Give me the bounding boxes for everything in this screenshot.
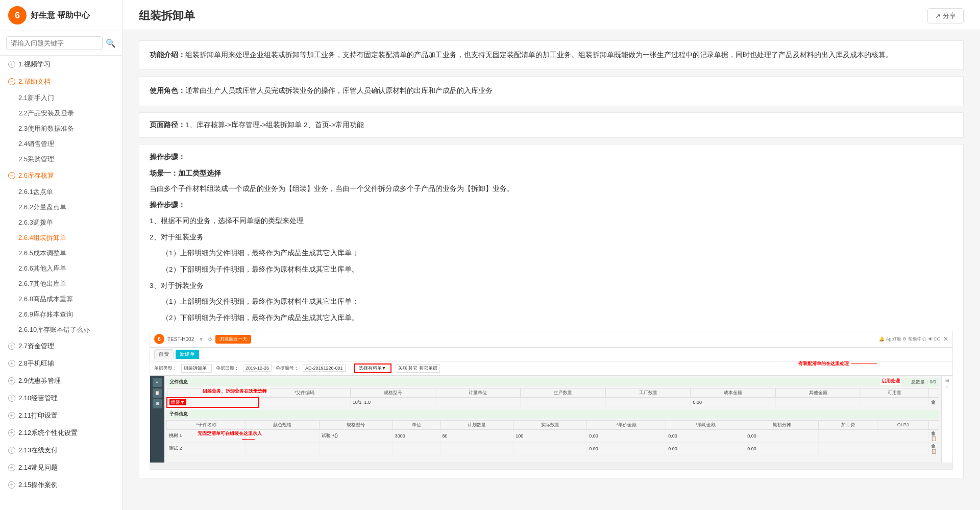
main-area: 组装拆卸单 ↗ 分享 功能介绍：组装拆卸单用来处理企业组装或拆卸等加工业务，支持…: [122, 0, 980, 510]
role-text: 通常由生产人员或库管人员完成拆装业务的操作，库管人员确认原材料的出库和产成品的入…: [185, 87, 493, 94]
mini-td-factory: [605, 398, 691, 407]
scene1-desc: 当由多个子件材料组装成一个成品的业务为【组装】业务，当由一个父件拆分成多个子产品…: [150, 182, 953, 196]
mini-btd2-11: [877, 442, 929, 455]
sidebar-item-2-6-1[interactable]: 2.6.1盘点单: [0, 184, 122, 200]
sidebar-item-2-6-2[interactable]: 2.6.2分量盘点单: [0, 200, 122, 215]
mini-close-icon: ✕: [943, 335, 948, 343]
mini-btd2-2: [246, 442, 320, 455]
mini-bth-6: 实际数量: [513, 420, 587, 429]
ops-steps-subtitle: 操作步骤：: [150, 199, 953, 212]
mini-tab-new: 新建单: [176, 350, 199, 359]
mini-btd2-12: 🗑 📋: [929, 442, 939, 455]
mini-bth-5: 计划数量: [440, 420, 513, 429]
mini-th-7: 成本金额: [691, 388, 776, 398]
expand-icon: +: [8, 343, 15, 350]
search-button[interactable]: 🔍: [106, 38, 116, 48]
mini-th-9: 可用量: [861, 388, 928, 398]
sidebar-item-2-13[interactable]: + 2.13在线支付: [0, 442, 122, 459]
sidebar-item-2-1[interactable]: 2.1新手入门: [0, 90, 122, 106]
sidebar-item-2-6-9[interactable]: 2.6.9库存账本查询: [0, 307, 122, 322]
sidebar-item-help[interactable]: − 2.帮助文档: [0, 73, 122, 90]
sidebar-item-2-6-3[interactable]: 2.6.3调拨单: [0, 215, 122, 230]
sidebar-item-2-6-6[interactable]: 2.6.6其他入库单: [0, 261, 122, 276]
mini-btd2-7: 0.00: [587, 442, 666, 455]
step3a: （1）上部明细为父件明细，最终作为原材料生成其它出库单；: [150, 295, 953, 308]
sidebar-item-2-14[interactable]: + 2.14常见问题: [0, 459, 122, 476]
mini-rows-count: 总数量：0/0: [911, 379, 936, 385]
mini-bottom-row-1: 桃树 1 试验 +() 3000 80 100 0.00 0.00 0.00: [167, 429, 939, 442]
mini-btd-2: [246, 429, 320, 442]
mini-dropdown-icon: ▼: [199, 336, 204, 342]
mini-red-tag: 组装▼: [169, 399, 186, 405]
mini-db-label: TEST-H002: [167, 336, 194, 342]
mini-strip-icon3: ⊞: [153, 399, 162, 408]
collapse-icon: −: [8, 172, 15, 179]
expand-icon: +: [8, 429, 15, 436]
search-input[interactable]: [6, 36, 103, 50]
mini-tables-area: 父件信息 总数量：0/0 *父件名称 *父件编码 规格型号: [164, 376, 941, 463]
nav-label: 2.12系统个性化设置: [18, 428, 78, 438]
step2b: （2）下部明细为子件明细，最终作为原材料生成其它出库单。: [150, 263, 953, 276]
sidebar-item-2-10[interactable]: + 2.10经营管理: [0, 390, 122, 407]
nav-label: 2.14常见问题: [18, 463, 58, 472]
mini-btd-5: 80: [440, 429, 513, 442]
mini-bottom-section-title: 子件信息: [169, 411, 188, 418]
mini-form-bar: 单据类型： 组装拆卸单 单据日期： 2019-12-26 单据编号： AD-20…: [150, 361, 952, 376]
mini-btd-6: 100: [513, 429, 587, 442]
mini-strip-icon2: 📋: [153, 388, 162, 398]
sidebar-item-2-7[interactable]: + 2.7资金管理: [0, 337, 122, 355]
sidebar-item-2-4[interactable]: 2.4销售管理: [0, 136, 122, 152]
mini-th-1: *父件名称: [167, 388, 259, 398]
sidebar-item-2-6-10[interactable]: 2.6.10库存账本错了么办: [0, 322, 122, 337]
sidebar-item-2-5[interactable]: 2.5采购管理: [0, 152, 122, 167]
mini-btd-1: 桃树 1: [167, 429, 246, 442]
mini-tab-bar: 自费 新建单: [150, 348, 952, 361]
mini-td-prod: [521, 398, 606, 407]
mini-btd2-5: [440, 442, 513, 455]
mini-bottom-row-2: 测试 2 0.00 0.00 0.00: [167, 442, 939, 455]
mini-btd-3: 试验 +(): [319, 429, 393, 442]
mini-btd-7: 0.00: [587, 429, 666, 442]
sidebar-item-2-9[interactable]: + 2.9优惠券管理: [0, 372, 122, 390]
mini-btd2-8: 0.00: [666, 442, 745, 455]
mini-bottom-row-3: [167, 455, 939, 462]
nav-label: 2.8手机旺辅: [18, 359, 54, 368]
mini-btd-8: 0.00: [666, 429, 745, 442]
sidebar-item-2-6-8[interactable]: 2.6.8商品成本重算: [0, 292, 122, 307]
sidebar-item-2-6-4[interactable]: 2.6.4组装拆卸单: [0, 230, 122, 246]
sidebar-item-2-3[interactable]: 2.3使用前数据准备: [0, 121, 122, 136]
sidebar-item-2-11[interactable]: + 2.11打印设置: [0, 407, 122, 424]
mini-recent-btn: 浏览最近一天: [215, 335, 251, 344]
share-button[interactable]: ↗ 分享: [927, 8, 964, 23]
mini-btd-12: 🗑 📋: [929, 429, 939, 442]
step3: 3、对于拆装业务: [150, 279, 953, 293]
sidebar-item-video[interactable]: + 1.视频学习: [0, 56, 122, 73]
mini-topbar-right: 🔔 AppT助 ⚙ 帮助中心 ◀ CC ✕: [879, 335, 948, 343]
main-header: 组装拆卸单 ↗ 分享: [122, 0, 980, 30]
path-label: 页面路径：: [150, 121, 185, 129]
func-intro-block: 功能介绍：组装拆卸单用来处理企业组装或拆卸等加工业务，支持有固定装配清单的产品加…: [139, 40, 964, 70]
path-text: 1、库存核算->库存管理->组装拆卸单 2、首页->常用功能: [185, 121, 364, 129]
sidebar-item-2-6-7[interactable]: 2.6.7其他出库单: [0, 276, 122, 292]
mini-th-3: 规格型号: [350, 388, 435, 398]
nav-label: 2.7资金管理: [18, 342, 54, 351]
sidebar-item-2-8[interactable]: + 2.8手机旺辅: [0, 355, 122, 372]
share-icon: ↗: [935, 12, 941, 20]
sidebar-item-2-15[interactable]: + 2.15操作案例: [0, 476, 122, 494]
mini-topbar-left: 6 TEST-H002 ▼ ⟳ 浏览最近一天: [154, 334, 251, 344]
sidebar-item-2-6-5[interactable]: 2.6.5成本调整单: [0, 246, 122, 261]
sidebar-item-2-2[interactable]: 2.2产品安装及登录: [0, 106, 122, 121]
sidebar-item-2-12[interactable]: + 2.12系统个性化设置: [0, 424, 122, 442]
mini-body: ≡ 📋 ⊞ 父件信息 总数量：0/0: [150, 376, 952, 463]
mini-bth-9: 期初分摊: [745, 420, 819, 429]
expand-icon: +: [8, 61, 15, 68]
mini-btd-4: 3000: [393, 429, 440, 442]
annotation-arrow-2: [250, 390, 265, 391]
sidebar-item-2-6[interactable]: − 2.6库存核算: [0, 167, 122, 184]
collapse-icon: −: [8, 78, 15, 85]
mini-th-5: 生产数量: [521, 388, 606, 398]
share-label: 分享: [943, 11, 956, 20]
mini-bottom-row-4: [167, 462, 939, 463]
expand-icon: +: [8, 447, 15, 454]
mini-th-8: 其他金额: [776, 388, 861, 398]
